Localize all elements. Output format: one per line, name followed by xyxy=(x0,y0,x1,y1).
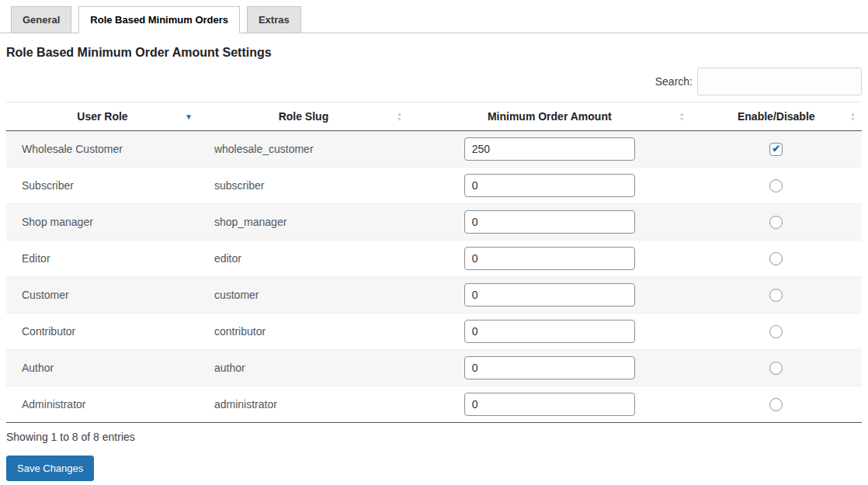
role-slug-cell: wholesale_customer xyxy=(199,131,408,168)
user-role-cell: Customer xyxy=(6,277,199,314)
save-changes-button[interactable]: Save Changes xyxy=(6,456,94,481)
minimum-order-amount-input[interactable] xyxy=(464,210,635,234)
minimum-order-amount-cell xyxy=(408,241,691,277)
user-role-cell: Wholesale Customer xyxy=(6,131,199,168)
table-row: Wholesale Customer wholesale_customer xyxy=(6,131,862,168)
user-role-cell: Author xyxy=(6,350,199,386)
minimum-order-amount-cell xyxy=(408,204,691,241)
role-settings-table: User Role ▼ Role Slug ▲ ▼ Minimum Order … xyxy=(6,102,862,423)
enable-disable-checkbox[interactable] xyxy=(769,143,783,156)
sort-desc-icon: ▼ xyxy=(397,116,402,122)
search-row: Search: xyxy=(6,68,862,95)
table-row: Subscriber subscriber xyxy=(6,168,862,204)
user-role-cell: Contributor xyxy=(6,314,199,350)
column-label-minimum-order-amount: Minimum Order Amount xyxy=(488,110,612,123)
minimum-order-amount-input[interactable] xyxy=(464,137,635,161)
table-row: Contributor contributor xyxy=(6,314,862,350)
sort-icon: ▲ ▼ xyxy=(679,111,685,122)
enable-disable-checkbox[interactable] xyxy=(769,289,783,302)
table-body: Wholesale Customer wholesale_customer Su… xyxy=(6,131,862,423)
column-label-enable-disable: Enable/Disable xyxy=(738,110,815,123)
user-role-cell: Editor xyxy=(6,241,199,277)
role-slug-cell: shop_manager xyxy=(199,204,408,241)
minimum-order-amount-input[interactable] xyxy=(464,247,635,270)
search-label: Search: xyxy=(655,75,693,88)
enable-disable-cell xyxy=(691,314,862,350)
enable-disable-checkbox[interactable] xyxy=(769,216,783,229)
table-header: User Role ▼ Role Slug ▲ ▼ Minimum Order … xyxy=(6,102,862,131)
minimum-order-amount-cell xyxy=(408,350,691,386)
enable-disable-cell xyxy=(691,131,862,168)
table-info: Showing 1 to 8 of 8 entries xyxy=(6,431,862,443)
sort-asc-icon: ▲ xyxy=(679,111,685,116)
user-role-cell: Subscriber xyxy=(6,168,199,204)
enable-disable-cell xyxy=(691,277,862,314)
search-input[interactable] xyxy=(697,68,862,95)
sort-asc-icon: ▲ xyxy=(850,111,856,116)
tab-extras[interactable]: Extras xyxy=(247,6,301,33)
role-slug-cell: editor xyxy=(199,241,408,277)
minimum-order-amount-cell xyxy=(408,131,691,168)
role-slug-cell: customer xyxy=(199,277,408,314)
enable-disable-checkbox[interactable] xyxy=(769,179,783,192)
minimum-order-amount-input[interactable] xyxy=(464,320,635,343)
sort-icon: ▲ ▼ xyxy=(850,111,856,122)
enable-disable-cell xyxy=(691,386,862,423)
role-slug-cell: contributor xyxy=(199,314,408,350)
minimum-order-amount-input[interactable] xyxy=(464,356,635,379)
sort-icon: ▲ ▼ xyxy=(397,111,402,122)
minimum-order-amount-cell xyxy=(408,277,691,314)
column-header-enable-disable[interactable]: Enable/Disable ▲ ▼ xyxy=(691,102,862,131)
enable-disable-cell xyxy=(691,168,862,204)
page-title: Role Based Minimum Order Amount Settings xyxy=(6,46,862,60)
minimum-order-amount-cell xyxy=(408,386,691,423)
sort-asc-icon: ▲ xyxy=(397,111,402,116)
header-row: User Role ▼ Role Slug ▲ ▼ Minimum Order … xyxy=(6,102,862,131)
user-role-cell: Shop manager xyxy=(6,204,199,241)
sort-desc-icon: ▼ xyxy=(185,113,193,121)
table-row: Author author xyxy=(6,350,862,386)
enable-disable-cell xyxy=(691,204,862,241)
column-header-minimum-order-amount[interactable]: Minimum Order Amount ▲ ▼ xyxy=(408,102,691,131)
content-area: Role Based Minimum Order Amount Settings… xyxy=(0,46,868,481)
minimum-order-amount-input[interactable] xyxy=(464,283,635,307)
minimum-order-amount-input[interactable] xyxy=(464,393,635,416)
tab-bar: General Role Based Minimum Orders Extras xyxy=(0,0,868,33)
user-role-cell: Administrator xyxy=(6,386,199,423)
column-header-role-slug[interactable]: Role Slug ▲ ▼ xyxy=(199,102,408,131)
tab-general[interactable]: General xyxy=(11,6,71,33)
enable-disable-checkbox[interactable] xyxy=(769,362,783,375)
sort-desc-icon: ▼ xyxy=(679,116,685,122)
enable-disable-checkbox[interactable] xyxy=(769,398,783,411)
table-row: Administrator administrator xyxy=(6,386,862,423)
enable-disable-cell xyxy=(691,241,862,277)
table-row: Editor editor xyxy=(6,241,862,277)
enable-disable-cell xyxy=(691,350,862,386)
minimum-order-amount-input[interactable] xyxy=(464,174,635,197)
column-label-user-role: User Role xyxy=(77,110,127,123)
role-slug-cell: subscriber xyxy=(199,168,408,204)
sort-desc-icon: ▼ xyxy=(850,116,856,122)
role-slug-cell: administrator xyxy=(199,386,408,423)
table-row: Customer customer xyxy=(6,277,862,314)
enable-disable-checkbox[interactable] xyxy=(769,252,783,265)
table-row: Shop manager shop_manager xyxy=(6,204,862,241)
column-header-user-role[interactable]: User Role ▼ xyxy=(6,102,199,131)
role-slug-cell: author xyxy=(199,350,408,386)
minimum-order-amount-cell xyxy=(408,168,691,204)
tab-role-based-minimum-orders[interactable]: Role Based Minimum Orders xyxy=(78,6,240,33)
column-label-role-slug: Role Slug xyxy=(279,110,329,123)
enable-disable-checkbox[interactable] xyxy=(769,325,783,338)
minimum-order-amount-cell xyxy=(408,314,691,350)
